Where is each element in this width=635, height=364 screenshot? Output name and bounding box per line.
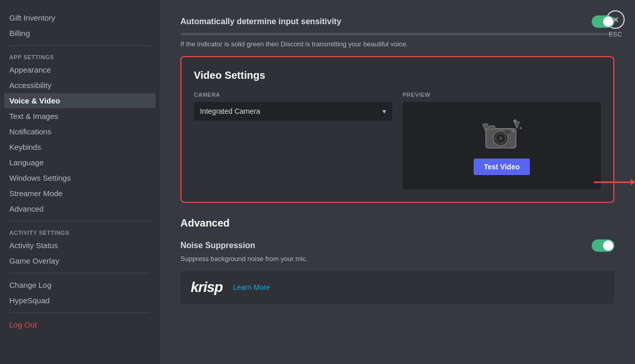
auto-input-row: Automatically determine input sensitivit… [180, 15, 614, 28]
hint-text: If the indicator is solid green then Dis… [180, 40, 614, 48]
esc-label: ESC [609, 31, 622, 38]
divider-activity [9, 221, 151, 221]
camera-section: CAMERA Integrated Camera [194, 92, 392, 189]
input-sensitivity-bar [180, 33, 614, 35]
activity-settings-label: Activity Settings [4, 226, 156, 238]
sidebar-item-activity-status[interactable]: Activity Status [4, 238, 156, 253]
auto-input-toggle[interactable]: ✓ [592, 15, 614, 28]
top-section: Automatically determine input sensitivit… [180, 15, 614, 48]
main-content: ✕ ESC Automatically determine input sens… [160, 0, 635, 364]
sidebar-item-appearance[interactable]: Appearance [4, 62, 156, 77]
sidebar-item-windows-settings[interactable]: Windows Settings [4, 170, 156, 185]
sidebar-item-streamer-mode[interactable]: Streamer Mode [4, 186, 156, 201]
sidebar-item-gift-inventory[interactable]: Gift Inventory [4, 10, 156, 25]
sidebar-item-game-overlay[interactable]: Game Overlay [4, 253, 156, 268]
camera-select-wrapper: Integrated Camera [194, 102, 392, 120]
sidebar-item-accessibility[interactable]: Accessibility [4, 78, 156, 93]
video-settings-title: Video Settings [194, 70, 601, 81]
divider [9, 45, 151, 46]
sidebar: Gift Inventory Billing App Settings Appe… [0, 0, 160, 364]
camera-select[interactable]: Integrated Camera [194, 102, 392, 120]
preview-box: Test Video [403, 102, 601, 189]
preview-label: PREVIEW [403, 92, 601, 98]
app-settings-label: App Settings [4, 50, 156, 62]
video-settings-box: Video Settings CAMERA Integrated Camera … [180, 56, 614, 203]
toggle-check-icon: ✓ [607, 18, 612, 25]
advanced-title: Advanced [180, 217, 614, 229]
sidebar-item-keybinds[interactable]: Keybinds [4, 140, 156, 154]
sidebar-item-language[interactable]: Language [4, 155, 156, 170]
camera-illustration [479, 116, 525, 152]
camera-label: CAMERA [194, 92, 392, 98]
sidebar-item-billing[interactable]: Billing [4, 26, 156, 41]
advanced-section: Advanced Noise Suppression ✓ Suppress ba… [180, 217, 614, 304]
krisp-learn-more-link[interactable]: Learn More [233, 283, 270, 291]
video-settings-inner: CAMERA Integrated Camera PREVIEW [194, 92, 601, 189]
sidebar-item-notifications[interactable]: Notifications [4, 124, 156, 139]
noise-suppression-toggle[interactable]: ✓ [592, 239, 614, 252]
noise-suppression-row: Noise Suppression ✓ [180, 239, 614, 252]
divider-bottom [9, 273, 151, 273]
noise-suppression-check-icon: ✓ [607, 242, 612, 249]
svg-rect-4 [488, 126, 495, 129]
krisp-logo: krisp [191, 279, 223, 296]
sidebar-item-advanced[interactable]: Advanced [4, 201, 156, 216]
svg-point-6 [512, 130, 514, 132]
krisp-banner: krisp Learn More [180, 271, 614, 304]
right-arrow-indicator [594, 181, 635, 183]
noise-suppression-label: Noise Suppression [180, 241, 255, 250]
test-video-button[interactable]: Test Video [474, 159, 530, 175]
sidebar-item-text-images[interactable]: Text & Images [4, 109, 156, 124]
sidebar-item-voice-video[interactable]: Voice & Video [4, 93, 156, 108]
svg-point-3 [498, 136, 502, 140]
sidebar-item-logout[interactable]: Log Out [4, 317, 156, 332]
sidebar-item-change-log[interactable]: Change Log [4, 278, 156, 292]
svg-rect-7 [504, 130, 511, 134]
noise-suppression-desc: Suppress background noise from your mic. [180, 255, 614, 263]
auto-input-label: Automatically determine input sensitivit… [180, 17, 341, 26]
sidebar-item-hypesquad[interactable]: HypeSquad [4, 293, 156, 308]
preview-section: PREVIEW [403, 92, 601, 189]
divider-logout [9, 313, 151, 313]
